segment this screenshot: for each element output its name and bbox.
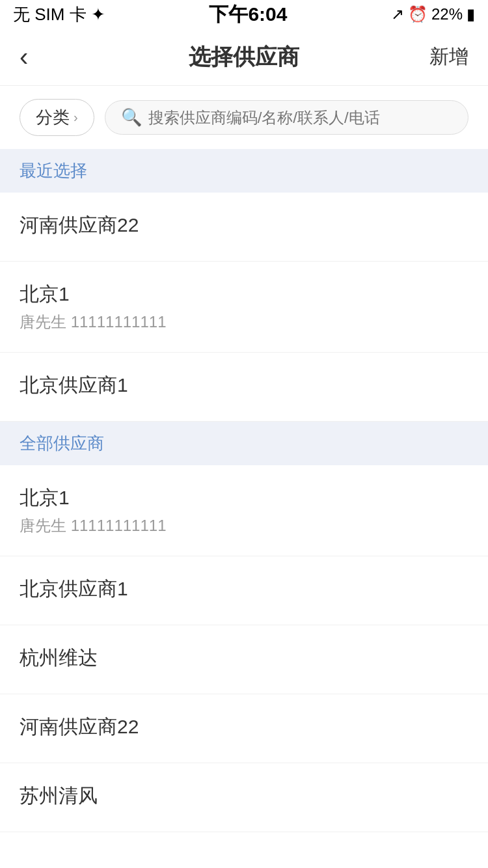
all-list: 北京1唐先生 11111111111北京供应商1杭州维达河南供应商22苏州清风 — [0, 465, 488, 832]
item-name: 苏州清风 — [20, 783, 468, 809]
status-bar: 无 SIM 卡 ✦ 下午6:04 ↗ ⏰ 22% ▮ — [0, 0, 488, 29]
list-item[interactable]: 河南供应商22 — [0, 193, 488, 262]
list-item[interactable]: 北京供应商1 — [0, 353, 488, 422]
status-signal: 无 SIM 卡 ✦ — [13, 3, 105, 26]
list-item[interactable]: 北京1唐先生 11111111111 — [0, 465, 488, 556]
search-input[interactable] — [148, 109, 452, 127]
battery-icon: ▮ — [467, 5, 475, 23]
list-item[interactable]: 北京1唐先生 11111111111 — [0, 262, 488, 353]
all-section-label: 全部供应商 — [20, 433, 104, 453]
list-item[interactable]: 北京供应商1 — [0, 556, 488, 625]
item-name: 北京1 — [20, 281, 468, 308]
list-item[interactable]: 河南供应商22 — [0, 694, 488, 763]
location-icon: ↗ — [391, 5, 404, 23]
search-box[interactable]: 🔍 — [105, 100, 468, 135]
recent-section-header: 最近选择 — [0, 149, 488, 193]
alarm-icon: ⏰ — [408, 5, 427, 23]
item-name: 杭州维达 — [20, 645, 468, 671]
list-item[interactable]: 苏州清风 — [0, 763, 488, 832]
item-name: 河南供应商22 — [20, 714, 468, 740]
back-button[interactable]: ‹ — [20, 42, 59, 72]
search-icon: 🔍 — [121, 107, 142, 128]
list-item[interactable]: 杭州维达 — [0, 625, 488, 694]
add-button[interactable]: 新增 — [429, 44, 468, 70]
item-name: 河南供应商22 — [20, 212, 468, 239]
recent-section-label: 最近选择 — [20, 161, 87, 180]
recent-list: 河南供应商22北京1唐先生 11111111111北京供应商1 — [0, 193, 488, 422]
chevron-right-icon: › — [74, 110, 78, 125]
item-contact: 唐先生 11111111111 — [20, 312, 468, 332]
item-name: 北京1 — [20, 485, 468, 511]
status-time: 下午6:04 — [209, 1, 287, 28]
item-name: 北京供应商1 — [20, 576, 468, 603]
item-name: 北京供应商1 — [20, 372, 468, 399]
battery-level: 22% — [431, 5, 463, 23]
status-battery: ↗ ⏰ 22% ▮ — [391, 5, 475, 23]
nav-bar: ‹ 选择供应商 新增 — [0, 29, 488, 86]
filter-bar: 分类 › 🔍 — [0, 86, 488, 149]
category-filter[interactable]: 分类 › — [20, 99, 94, 136]
page-title: 选择供应商 — [189, 42, 299, 72]
all-section-header: 全部供应商 — [0, 422, 488, 465]
item-contact: 唐先生 11111111111 — [20, 515, 468, 536]
category-label: 分类 — [36, 106, 70, 129]
